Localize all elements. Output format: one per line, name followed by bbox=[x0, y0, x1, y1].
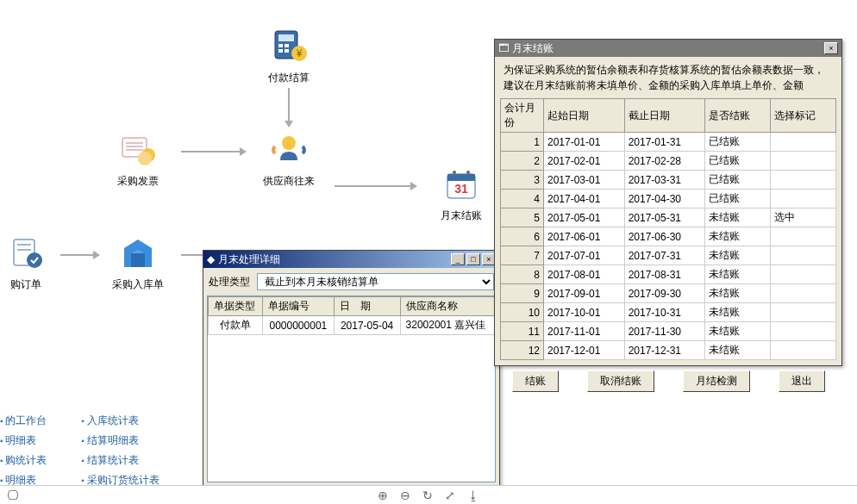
col-header[interactable]: 日 期 bbox=[334, 297, 400, 316]
col-header[interactable]: 起始日期 bbox=[544, 99, 625, 133]
download-icon[interactable]: ⭳ bbox=[467, 488, 479, 502]
table-row[interactable]: 42017-04-012017-04-30已结账 bbox=[501, 190, 836, 208]
svg-point-14 bbox=[282, 136, 296, 150]
titlebar[interactable]: 🗔 月末结账 × bbox=[495, 40, 841, 57]
order-icon bbox=[5, 233, 47, 274]
col-header[interactable]: 单据类型 bbox=[209, 297, 263, 316]
arrow bbox=[288, 88, 290, 122]
table-row[interactable]: 62017-06-012017-06-30未结账 bbox=[501, 227, 836, 246]
svg-point-18 bbox=[466, 171, 470, 174]
wf-node-order[interactable]: 购订单 bbox=[0, 233, 65, 292]
col-header[interactable]: 截止日期 bbox=[624, 99, 705, 133]
window-title: 月末处理详细 bbox=[218, 252, 451, 267]
sidebar-link[interactable]: 入库统计表 bbox=[81, 414, 159, 428]
wf-label: 供应商往来 bbox=[250, 174, 328, 189]
workflow-diagram: ¥ 付款结算 采购发票 供应商往来 31 月末结账 购订单 采购入库单 bbox=[0, 17, 500, 258]
maximize-button[interactable]: □ bbox=[466, 253, 480, 265]
zoom-in-icon[interactable]: ⊕ bbox=[378, 488, 388, 502]
table-row[interactable]: 付款单00000000012017-05-0432002001 嘉兴佳 bbox=[209, 316, 495, 335]
info-message: 为保证采购系统的暂估余额表和存货核算系统的暂估余额表数据一致，建议在月末结账前将… bbox=[495, 57, 841, 98]
table-row[interactable]: 122017-12-012017-12-31未结账 bbox=[501, 341, 836, 360]
wf-label: 采购入库单 bbox=[99, 277, 177, 292]
monthend-table: 会计月份 起始日期 截止日期 是否结账 选择标记 12017-01-012017… bbox=[500, 98, 836, 360]
col-header[interactable]: 是否结账 bbox=[705, 99, 771, 133]
col-header[interactable]: 单据编号 bbox=[263, 297, 335, 316]
arrow bbox=[335, 185, 412, 187]
window-icon: 🗔 bbox=[498, 42, 509, 54]
monthend-window: 🗔 月末结账 × 为保证采购系统的暂估余额表和存货核算系统的暂估余额表数据一致，… bbox=[494, 39, 842, 366]
svg-point-23 bbox=[27, 252, 42, 268]
sidebar-link[interactable]: 购统计表 bbox=[0, 453, 47, 468]
table-row[interactable]: 112017-11-012017-11-30未结账 bbox=[501, 322, 836, 341]
close-button[interactable]: × bbox=[824, 42, 838, 54]
table-row[interactable]: 12017-01-012017-01-31已结账 bbox=[501, 133, 836, 152]
svg-rect-16 bbox=[447, 174, 475, 181]
detail-table: 单据类型 单据编号 日 期 供应商名称 付款单00000000012017-05… bbox=[208, 296, 495, 335]
wf-label: 月末结账 bbox=[422, 208, 500, 223]
col-header[interactable]: 会计月份 bbox=[501, 99, 544, 133]
svg-rect-1 bbox=[278, 34, 294, 41]
monitor-icon[interactable]: 🖵 bbox=[7, 488, 19, 502]
svg-rect-3 bbox=[285, 44, 289, 47]
svg-rect-24 bbox=[131, 253, 145, 267]
calendar-icon: 31 bbox=[441, 164, 482, 205]
col-header[interactable]: 选择标记 bbox=[771, 99, 836, 133]
expand-icon[interactable]: ⤢ bbox=[445, 488, 455, 502]
wf-node-monthend[interactable]: 31 月末结账 bbox=[422, 164, 500, 223]
sidebar-link[interactable]: 明细表 bbox=[0, 433, 47, 448]
type-label: 处理类型 bbox=[209, 275, 250, 289]
window-title: 月末结账 bbox=[512, 41, 824, 56]
cancel-account-button[interactable]: 取消结账 bbox=[587, 370, 654, 392]
wf-node-payment[interactable]: ¥ 付款结算 bbox=[250, 26, 328, 85]
minimize-button[interactable]: _ bbox=[451, 253, 465, 265]
sidebar-links: 的工作台 明细表 购统计表 明细表 入库统计表 结算明细表 结算统计表 采购订货… bbox=[0, 414, 160, 488]
table-row[interactable]: 32017-03-012017-03-31已结账 bbox=[501, 171, 836, 190]
svg-text:¥: ¥ bbox=[296, 47, 303, 59]
table-row[interactable]: 102017-10-012017-10-31未结账 bbox=[501, 303, 836, 322]
wf-node-warehouse[interactable]: 采购入库单 bbox=[99, 233, 177, 292]
svg-rect-4 bbox=[278, 49, 283, 53]
type-select[interactable]: 截止到本月未核销结算单 bbox=[257, 273, 494, 290]
check-button[interactable]: 月结检测 bbox=[683, 370, 750, 392]
table-row[interactable]: 82017-08-012017-08-31未结账 bbox=[501, 265, 836, 284]
detail-window: ◆ 月末处理详细 _ □ × 处理类型 截止到本月未核销结算单 单据类型 单据编… bbox=[203, 250, 500, 487]
titlebar[interactable]: ◆ 月末处理详细 _ □ × bbox=[203, 251, 499, 268]
svg-point-17 bbox=[453, 171, 456, 174]
table-row[interactable]: 72017-07-012017-07-31未结账 bbox=[501, 246, 836, 265]
sidebar-link[interactable]: 的工作台 bbox=[0, 414, 47, 428]
calculator-icon: ¥ bbox=[268, 26, 310, 67]
exit-button[interactable]: 退出 bbox=[779, 370, 825, 392]
svg-rect-5 bbox=[285, 49, 289, 53]
col-header[interactable]: 供应商名称 bbox=[400, 297, 494, 316]
wf-label: 付款结算 bbox=[250, 71, 328, 85]
table-row[interactable]: 52017-05-012017-05-31未结账选中 bbox=[501, 208, 836, 227]
table-row[interactable]: 92017-09-012017-09-30未结账 bbox=[501, 284, 836, 303]
refresh-icon[interactable]: ↻ bbox=[422, 488, 433, 502]
arrow bbox=[60, 254, 95, 256]
svg-text:31: 31 bbox=[454, 182, 468, 196]
svg-rect-2 bbox=[278, 44, 283, 47]
diamond-icon: ◆ bbox=[207, 253, 215, 265]
invoice-icon bbox=[117, 129, 159, 171]
arrow bbox=[181, 151, 241, 152]
wf-label: 采购发票 bbox=[99, 174, 177, 189]
svg-point-13 bbox=[138, 152, 152, 165]
supplier-icon bbox=[268, 129, 310, 171]
zoom-out-icon[interactable]: ⊖ bbox=[400, 488, 410, 502]
statusbar: 🖵 ⊕ ⊖ ↻ ⤢ ⭳ bbox=[0, 485, 857, 504]
wf-node-invoice[interactable]: 采购发票 bbox=[99, 129, 177, 189]
wf-node-supplier[interactable]: 供应商往来 bbox=[250, 129, 328, 189]
sidebar-link[interactable]: 结算明细表 bbox=[81, 433, 159, 448]
wf-label: 购订单 bbox=[0, 277, 65, 292]
sidebar-link[interactable]: 结算统计表 bbox=[81, 453, 159, 468]
warehouse-icon bbox=[117, 233, 159, 274]
table-row[interactable]: 22017-02-012017-02-28已结账 bbox=[501, 152, 836, 171]
close-account-button[interactable]: 结账 bbox=[512, 370, 559, 392]
